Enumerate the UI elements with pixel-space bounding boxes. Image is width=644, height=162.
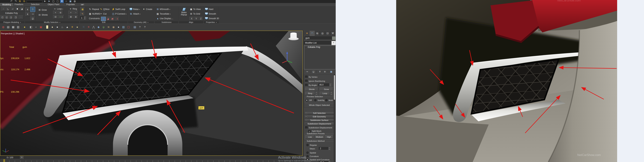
to-view-button[interactable]: ▣To View	[190, 8, 201, 11]
loop-spinner[interactable]	[330, 92, 333, 95]
rain-particles-icon[interactable]: ⁙	[82, 25, 86, 29]
preview-subobj-radio[interactable]: SubObj	[314, 99, 324, 102]
modify-mode-icon[interactable]: ◰	[0, 15, 5, 19]
previous-modifier-icon[interactable]: ⇟	[25, 12, 30, 16]
create-button[interactable]: ✶Create	[142, 8, 152, 11]
edge-field[interactable]: 20,0	[319, 161, 329, 162]
tutorials-help-icon[interactable]: ?	[143, 25, 147, 29]
make-unique-button[interactable]: ∀	[318, 70, 322, 74]
sun-icon[interactable]: ☀	[70, 25, 74, 29]
dot-loop-icon[interactable]: ⊟	[53, 15, 58, 19]
tab-object-paint[interactable]: Object Paint	[46, 3, 61, 6]
edge-spinner[interactable]	[328, 161, 331, 162]
preview-multi-radio[interactable]: Multi	[325, 99, 333, 102]
shrink-button[interactable]: ⊟Shrink	[38, 13, 48, 17]
pin-stack-button[interactable]: ⊸	[305, 70, 309, 74]
hair-icon[interactable]: ≋	[106, 25, 111, 29]
chart-icon[interactable]: ▥	[121, 25, 126, 29]
loop-button[interactable]: ≍Loop▾	[53, 7, 63, 11]
shrink-button-panel[interactable]: Shrink	[305, 88, 318, 91]
sphere-icon[interactable]: ●	[116, 25, 120, 29]
panel-label-geometry[interactable]: Geometry (All) ▾	[128, 21, 154, 24]
rollout-subdivision-displacement[interactable]: -Subdivision Displacement	[304, 122, 334, 125]
tab-populate[interactable]: Populate	[64, 3, 76, 6]
select-region-icon[interactable]: ▢	[52, 0, 55, 3]
repeat-button[interactable]: ↻Repeat	[88, 8, 99, 11]
unlink-icon[interactable]: ⧉	[22, 0, 26, 3]
sphere-light-icon[interactable]: ●	[55, 25, 60, 29]
scale-tool-icon[interactable]: ▣	[69, 0, 72, 3]
tab-motion-icon[interactable]: ◎	[320, 31, 325, 36]
tab-modeling[interactable]: Modeling	[0, 3, 13, 6]
render-setup-icon[interactable]: ▤	[6, 25, 10, 29]
rollout-edit-geometry[interactable]: +Edit Geometry	[304, 115, 334, 118]
ignore-backfacing-checkbox[interactable]: Ignore Backfacing	[305, 80, 325, 82]
ring-spinner[interactable]	[316, 92, 318, 95]
egg-icon[interactable]: ●	[75, 25, 79, 29]
loop-grow-icon[interactable]: +	[53, 11, 58, 14]
panel-label-subdivision[interactable]: Subdivision	[155, 21, 178, 24]
region-render-icon[interactable]: ▢	[126, 25, 130, 29]
ring-grow-icon[interactable]: +	[68, 11, 73, 14]
panel-label-modify-selection[interactable]: Modify Selection ▾	[25, 21, 79, 24]
area-light-icon[interactable]: ▉	[45, 25, 50, 29]
method-regular-radio[interactable]: Regular	[306, 144, 317, 146]
flask-icon[interactable]: ∐	[30, 16, 35, 21]
element-subobject-icon[interactable]: ◪	[20, 7, 24, 11]
tab-freeform[interactable]: Freeform	[13, 3, 25, 6]
rollout-soft-selection[interactable]: +Soft Selection	[304, 112, 334, 115]
ring-button-panel[interactable]: Ring	[305, 92, 315, 95]
antenna-icon[interactable]: ⋀	[92, 25, 96, 29]
ribbon-collapse-button[interactable]: ▬▾	[80, 4, 84, 6]
stack-item-editable-poly[interactable]: +Editable Poly	[304, 46, 336, 49]
cut-button[interactable]: ✂Cut	[100, 12, 106, 16]
tab-hierarchy-icon[interactable]: ⧉	[315, 31, 320, 36]
tessellate-button[interactable]: ▩Tessellate▾	[156, 12, 170, 16]
select-by-name-icon[interactable]: ➤	[47, 0, 51, 3]
pin-stack-icon[interactable]: ⊸	[30, 12, 35, 16]
use-displacement-button[interactable]: ▲Use Displac…	[156, 17, 173, 20]
align-x-button[interactable]: X	[189, 17, 194, 21]
swift-loop-button[interactable]: ⚡Swift Loop	[112, 8, 125, 11]
current-frame-display[interactable]: 0 / 100	[0, 156, 20, 159]
preset-high-button[interactable]: High	[325, 135, 333, 138]
relax-button[interactable]: Relax▾	[130, 8, 140, 11]
attach-button[interactable]: ⧉Attach▾	[130, 12, 140, 16]
msmooth-button[interactable]: ⊞MSmooth▾	[156, 8, 170, 11]
panel-scrollbar[interactable]	[334, 75, 336, 162]
qslice-button[interactable]: ✎QSlice	[100, 8, 110, 11]
modifier-list-chevron-icon[interactable]: ˅	[332, 41, 336, 45]
vertex-subobject-icon[interactable]: ∴	[1, 7, 6, 11]
oval-light-icon[interactable]: ●	[50, 25, 54, 29]
link-icon[interactable]: ⧉	[18, 0, 22, 3]
audio-icon[interactable]: ◖	[34, 25, 38, 29]
smooth-button[interactable]: Smooth	[205, 12, 216, 16]
next-frame-button[interactable]: >	[20, 156, 24, 159]
rendered-frame-icon[interactable]: ▦	[11, 25, 15, 29]
viewport-label[interactable]: [ Perspective ] [ Shaded ]	[0, 32, 24, 35]
object-name-field[interactable]: gum	[304, 36, 332, 40]
by-angle-field[interactable]: 45.0	[318, 84, 330, 86]
render-presets-icon[interactable]: ▥	[16, 25, 20, 29]
perspective-viewport[interactable]: [ Perspective ] [ Shaded ] Totalgum Poly…	[0, 30, 303, 156]
loop-mode-icon[interactable]: —▾	[58, 15, 64, 19]
by-vertex-checkbox[interactable]: By Vertex	[305, 76, 317, 78]
undo-icon[interactable]: ↶	[10, 0, 13, 3]
cone-icon[interactable]: ▲	[65, 25, 70, 29]
move-tool-icon[interactable]: ▼	[60, 0, 64, 3]
loop-shrink-icon[interactable]: ⊜	[58, 11, 63, 14]
split-mesh-checkbox[interactable]: ✓Split Mesh	[308, 130, 322, 133]
tab-display-icon[interactable]: ⊡	[325, 31, 330, 36]
select-object-icon[interactable]: ➤	[43, 0, 46, 3]
select-mode-icon[interactable]: ◲	[9, 15, 13, 19]
tab-selection[interactable]: Selection	[29, 3, 41, 6]
redo-icon[interactable]: ↷	[14, 0, 18, 3]
tab-modify-icon[interactable]: ◠	[310, 31, 315, 36]
ring-button[interactable]: ≡Ring	[69, 7, 77, 11]
frame-marker[interactable]	[3, 159, 5, 162]
camera-icon[interactable]: ◧	[29, 25, 33, 29]
align-y-button[interactable]: Y	[194, 17, 198, 21]
teapot-icon[interactable]: ♨	[60, 25, 64, 29]
ring-shrink-icon[interactable]: −	[73, 11, 78, 14]
track-bar[interactable]	[0, 159, 303, 162]
